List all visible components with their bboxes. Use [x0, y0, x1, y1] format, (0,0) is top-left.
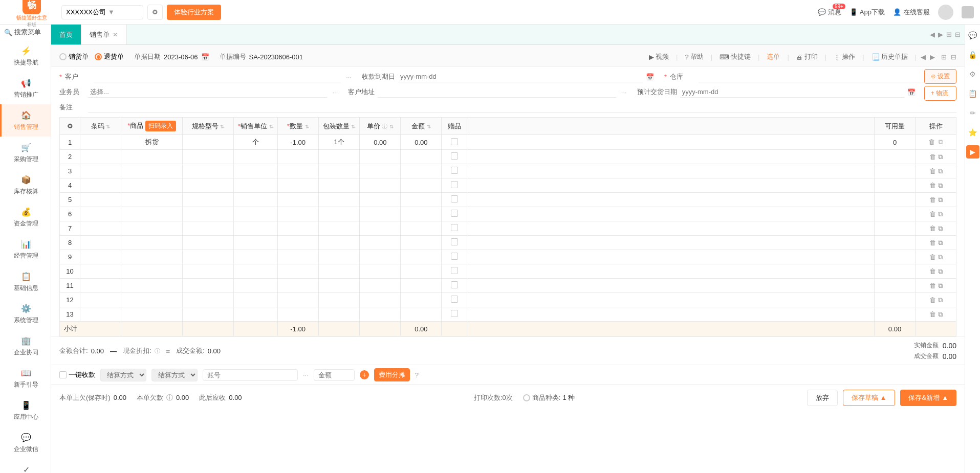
salesperson-more-icon[interactable]: ··· — [332, 88, 338, 96]
float-icon-settings[interactable]: ⚙ — [966, 67, 979, 81]
sidebar-item-system[interactable]: ⚙️ 系统管理 — [0, 298, 51, 330]
row1-delete-icon[interactable]: 🗑 — [928, 138, 935, 146]
row1-amount[interactable]: 0.00 — [401, 135, 442, 150]
sidebar-item-quick-nav[interactable]: ⚡ 快捷导航 — [0, 40, 51, 72]
sidebar-item-member[interactable]: ✓ 畅会员 — [0, 459, 51, 473]
history-btn[interactable]: 📃 历史单据 — [868, 51, 911, 62]
payment-more-icon[interactable]: ··· — [303, 371, 309, 379]
copy-icon[interactable]: ⧉ — [938, 210, 943, 218]
expected-date-input[interactable] — [680, 86, 904, 98]
expected-calendar-icon[interactable]: 📅 — [907, 88, 916, 96]
warehouse-input[interactable]: 建材仓 — [699, 71, 946, 82]
delete-icon[interactable]: 🗑 — [929, 224, 936, 232]
radio-sales-order[interactable]: 销货单 — [59, 52, 89, 61]
sidebar-item-finance[interactable]: 💰 资金管理 — [0, 201, 51, 233]
payment-method-select[interactable]: 结算方式 — [100, 369, 146, 381]
select-btn[interactable]: 选单 — [764, 51, 783, 62]
operate-btn[interactable]: ⋮ 操作 — [831, 51, 858, 62]
copy-icon[interactable]: ⧉ — [938, 239, 943, 246]
customer-more-icon[interactable]: ··· — [346, 73, 352, 81]
copy-icon[interactable]: ⧉ — [938, 296, 943, 304]
copy-icon[interactable]: ⧉ — [938, 282, 943, 289]
tab-next-icon[interactable]: ▶ — [938, 31, 943, 38]
delete-icon[interactable]: 🗑 — [929, 282, 936, 289]
logistics-button[interactable]: + 物流 — [924, 86, 956, 101]
fee-help-icon[interactable]: ? — [415, 371, 419, 379]
delete-icon[interactable]: 🗑 — [929, 239, 936, 246]
row1-copy-icon[interactable]: ⧉ — [939, 138, 943, 146]
payment-checkbox[interactable] — [59, 371, 67, 378]
float-icon-action[interactable]: ▶ — [966, 145, 979, 159]
payment-account-input[interactable] — [203, 369, 298, 381]
copy-icon[interactable]: ⧉ — [938, 310, 943, 318]
row1-barcode[interactable] — [80, 135, 121, 150]
sidebar-item-wecom[interactable]: 💬 企业微信 — [0, 426, 51, 459]
discard-button[interactable]: 放弃 — [807, 390, 838, 406]
delete-icon[interactable]: 🗑 — [929, 182, 936, 189]
row1-product[interactable]: 拆货 — [121, 135, 183, 150]
payment-calendar-icon[interactable]: 📅 — [646, 73, 654, 81]
address-more-icon[interactable]: ··· — [621, 88, 627, 96]
row1-gift[interactable] — [442, 135, 467, 150]
copy-icon[interactable]: ⧉ — [938, 182, 943, 189]
save-new-dropdown-icon[interactable]: ▲ — [942, 394, 948, 401]
save-draft-dropdown-icon[interactable]: ▲ — [880, 394, 887, 401]
delete-icon[interactable]: 🗑 — [929, 296, 936, 304]
float-icon-lock[interactable]: 🔒 — [966, 48, 979, 61]
avatar[interactable] — [938, 5, 953, 20]
nav-next-btn[interactable]: ▶ — [930, 53, 935, 61]
messages-button[interactable]: 💬 消息 99+ — [818, 8, 841, 17]
online-service-button[interactable]: 👤 在线客服 — [893, 8, 930, 17]
scan-button[interactable]: 扫码录入 — [145, 121, 176, 131]
fee-split-button[interactable]: 费用分摊 — [374, 368, 410, 381]
row1-price[interactable]: 0.00 — [360, 135, 401, 150]
app-download-button[interactable]: 📱 App下载 — [850, 8, 885, 17]
sidebar-item-enterprise[interactable]: 🏢 企业协同 — [0, 330, 51, 362]
prev-info-icon[interactable]: ⓘ — [166, 393, 173, 402]
delete-icon[interactable]: 🗑 — [929, 196, 936, 204]
radio-return-order[interactable]: 退货单 — [95, 52, 124, 61]
payment-method-select2[interactable]: 结算方式 — [151, 369, 198, 381]
product-kind-radio[interactable] — [523, 394, 530, 401]
float-icon-edit[interactable]: ✏ — [966, 106, 979, 120]
copy-icon[interactable]: ⧉ — [938, 167, 943, 175]
save-draft-button[interactable]: 保存草稿 ▲ — [843, 390, 896, 406]
sidebar-item-operation[interactable]: 📊 经营管理 — [0, 233, 51, 265]
sidebar-item-appstore[interactable]: 📱 应用中心 — [0, 394, 51, 426]
float-icon-star[interactable]: ⭐ — [966, 126, 979, 139]
video-btn[interactable]: ▶ 视频 — [646, 51, 672, 62]
save-new-button[interactable]: 保存&新增 ▲ — [900, 390, 956, 406]
help-btn[interactable]: ? 帮助 — [682, 51, 706, 62]
sidebar-item-sales[interactable]: 🏠 销售管理 — [0, 104, 51, 137]
tab-grid-icon1[interactable]: ⊞ — [946, 31, 952, 38]
delete-icon[interactable]: 🗑 — [929, 253, 936, 261]
copy-icon[interactable]: ⧉ — [938, 253, 943, 261]
row1-pkg[interactable]: 1个 — [318, 135, 360, 150]
notes-input[interactable] — [88, 102, 956, 113]
tab-prev-icon[interactable]: ◀ — [930, 31, 935, 38]
calendar-icon[interactable]: 📅 — [201, 53, 209, 61]
avatar2[interactable] — [962, 6, 974, 18]
copy-icon[interactable]: ⧉ — [938, 153, 943, 161]
shortcut-btn[interactable]: ⌨ 快捷键 — [716, 51, 754, 62]
payment-amount-input[interactable] — [314, 369, 355, 381]
float-icon-clipboard[interactable]: 📋 — [966, 87, 979, 100]
delete-icon[interactable]: 🗑 — [929, 167, 936, 175]
delete-icon[interactable]: 🗑 — [929, 267, 936, 275]
tab-sales-order[interactable]: 销售单 ✕ — [81, 25, 126, 44]
copy-icon[interactable]: ⧉ — [938, 267, 943, 275]
sidebar-item-guide[interactable]: 📖 新手引导 — [0, 362, 51, 394]
print-btn[interactable]: 🖨 打印 — [793, 51, 821, 62]
company-selector[interactable]: XXXXXX公司 ▼ — [61, 5, 143, 19]
copy-icon[interactable]: ⧉ — [938, 196, 943, 204]
salesperson-input[interactable] — [88, 86, 327, 98]
payment-date-input[interactable] — [398, 71, 643, 82]
col-header-settings[interactable]: ⚙ — [60, 118, 80, 135]
tab-grid-icon2[interactable]: ⊟ — [955, 31, 961, 38]
detail-view-btn[interactable]: ⊟ — [951, 53, 956, 61]
sidebar-item-marketing[interactable]: 📢 营销推广 — [0, 72, 51, 104]
delete-icon[interactable]: 🗑 — [929, 153, 936, 161]
sidebar-item-inventory[interactable]: 📦 库存核算 — [0, 169, 51, 201]
nav-prev-btn[interactable]: ◀ — [921, 53, 926, 61]
trial-button[interactable]: 体验行业方案 — [167, 5, 221, 20]
